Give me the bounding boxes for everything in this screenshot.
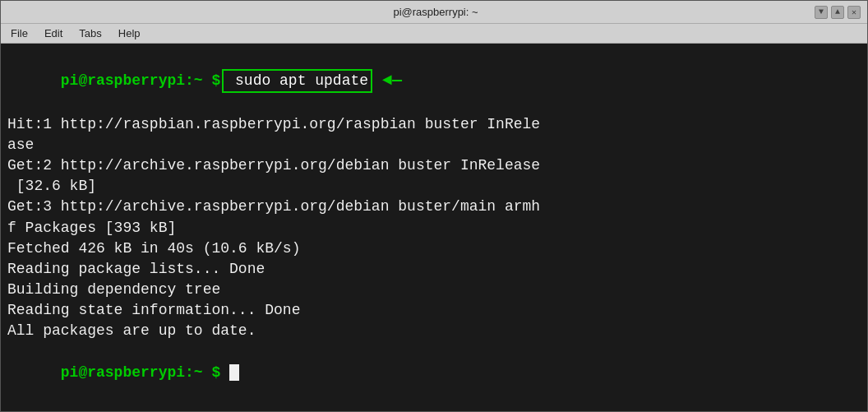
arrow-annotation: ◄— [372,69,402,92]
title-bar: pi@raspberrypi: ~ ▼ ▲ ✕ [1,1,867,24]
minimize-button[interactable]: ▼ [815,6,828,19]
output-line-4: Get:3 http://archive.raspberrypi.org/deb… [7,197,861,217]
output-line-7: Reading package lists... Done [7,259,861,280]
menu-help[interactable]: Help [112,25,147,41]
window-controls: ▼ ▲ ✕ [815,6,861,19]
output-line-1: ase [7,135,861,155]
output-line-8: Building dependency tree [7,280,861,300]
output-line-0: Hit:1 http://raspbian.raspberrypi.org/ra… [7,114,861,135]
output-line-2: Get:2 http://archive.raspberrypi.org/deb… [7,155,861,176]
prompt1: pi@raspberrypi:~ $ [61,72,220,89]
command1: sudo apt update [226,72,368,89]
window-title: pi@raspberrypi: ~ [57,6,815,18]
menu-file[interactable]: File [4,25,35,41]
output-line-10: All packages are up to date. [7,321,861,341]
output-line-6: Fetched 426 kB in 40s (10.6 kB/s) [7,238,861,259]
prompt-line-2: pi@raspberrypi:~ $ [7,342,861,405]
cursor [229,364,239,381]
maximize-button[interactable]: ▲ [831,6,844,19]
prompt2: pi@raspberrypi:~ $ [61,364,220,381]
menu-tabs[interactable]: Tabs [72,25,108,41]
output-line-3: [32.6 kB] [7,176,861,197]
output-line-9: Reading state information... Done [7,300,861,321]
terminal-body[interactable]: pi@raspberrypi:~ $ sudo apt update ◄— Hi… [1,44,867,411]
terminal-window: pi@raspberrypi: ~ ▼ ▲ ✕ File Edit Tabs H… [0,0,868,412]
close-button[interactable]: ✕ [847,6,861,19]
output-line-5: f Packages [393 kB] [7,218,861,238]
menu-edit[interactable]: Edit [38,25,69,41]
menu-bar: File Edit Tabs Help [1,24,867,44]
command-line: pi@raspberrypi:~ $ sudo apt update ◄— [7,49,861,114]
